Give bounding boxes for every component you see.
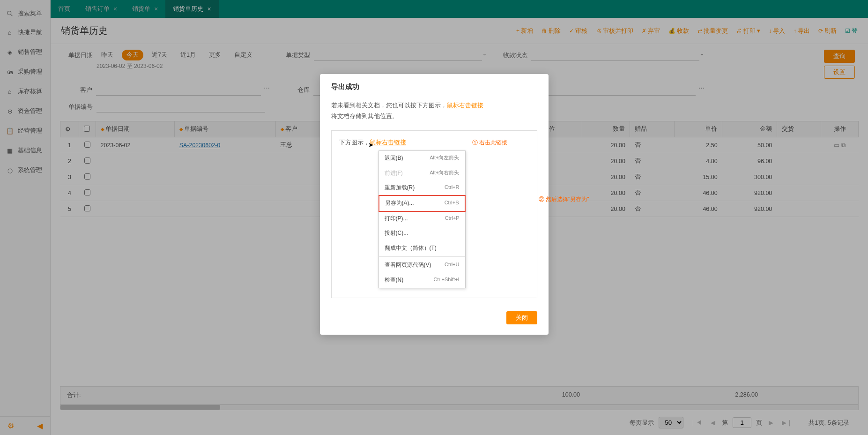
close-button[interactable]: 关闭 — [506, 311, 537, 324]
step2-label: ② 然后选择"另存为" — [539, 195, 589, 205]
cursor-icon: ➤ — [368, 139, 374, 151]
demo-link: 鼠标右击链接 — [370, 139, 406, 146]
modal-title: 导出成功 — [320, 74, 549, 91]
context-menu-item: 检查(N)Ctrl+Shift+I — [379, 273, 465, 288]
context-menu-item: 另存为(A)...Ctrl+S — [378, 195, 466, 212]
context-menu-item: 查看网页源代码(V)Ctrl+U — [379, 258, 465, 273]
modal-overlay[interactable]: 导出成功 若未看到相关文档，您也可以按下方图示，鼠标右击链接 将文档存储到其他位… — [0, 0, 868, 435]
export-success-modal: 导出成功 若未看到相关文档，您也可以按下方图示，鼠标右击链接 将文档存储到其他位… — [320, 74, 549, 335]
context-menu-item: 前进(F)Alt+向右箭头 — [379, 166, 465, 181]
step1-label: ① 右击此链接 — [472, 138, 507, 148]
context-menu: 返回(B)Alt+向左箭头前进(F)Alt+向右箭头重新加载(R)Ctrl+R另… — [378, 150, 466, 288]
context-demo: 下方图示，鼠标右击链接 ➤ ① 右击此链接 返回(B)Alt+向左箭头前进(F)… — [331, 130, 537, 298]
right-click-link[interactable]: 鼠标右击链接 — [447, 102, 483, 109]
context-menu-item: 投射(C)... — [379, 226, 465, 241]
context-menu-item: 返回(B)Alt+向左箭头 — [379, 151, 465, 166]
context-menu-item: 重新加载(R)Ctrl+R — [379, 180, 465, 195]
context-menu-item: 翻成中文（简体）(T) — [379, 241, 465, 256]
context-menu-item: 打印(P)...Ctrl+P — [379, 211, 465, 226]
